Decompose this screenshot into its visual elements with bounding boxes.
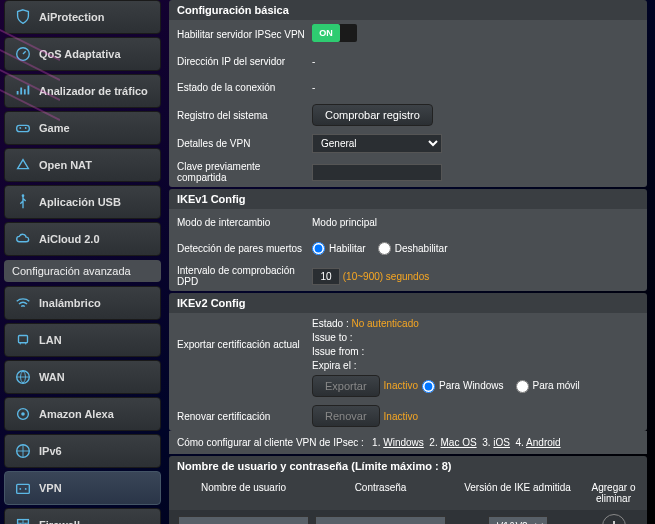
section-ikev2-header: IKEv2 Config: [169, 293, 647, 313]
sidebar-item-label: AiCloud 2.0: [39, 233, 100, 245]
svg-point-7: [21, 412, 25, 416]
dpd-disable-radio[interactable]: [378, 242, 391, 255]
psk-label: Clave previamente compartida: [177, 161, 312, 183]
svg-rect-9: [17, 484, 30, 493]
conn-status-value: -: [312, 82, 639, 93]
exchange-mode-value: Modo principal: [312, 217, 639, 228]
platform-link-macos[interactable]: Mac OS: [441, 437, 477, 448]
globe-icon: [13, 367, 33, 387]
renew-inactive-label: Inactivo: [384, 411, 418, 422]
sidebar-item-label: LAN: [39, 334, 62, 346]
sidebar-item-label: Inalámbrico: [39, 297, 101, 309]
sidebar-item-label: VPN: [39, 482, 62, 494]
enable-vpn-toggle[interactable]: ON: [312, 24, 357, 42]
sidebar-item-amazon-alexa[interactable]: Amazon Alexa: [4, 397, 161, 431]
svg-point-10: [19, 488, 21, 490]
conn-status-label: Estado de la conexión: [177, 82, 312, 93]
dpd-interval-label: Intervalo de comprobación DPD: [177, 265, 312, 287]
sidebar-item-ipv6[interactable]: IPv6: [4, 434, 161, 468]
section-basic-header: Configuración básica: [169, 0, 647, 20]
vpn-details-select[interactable]: General: [312, 134, 442, 153]
lan-icon: [13, 330, 33, 350]
add-user-button[interactable]: [602, 514, 626, 524]
section-users-header: Nombre de usuario y contraseña (Límite m…: [169, 456, 647, 476]
col-ike-version: Versión de IKE admitida: [449, 480, 586, 506]
dpd-enable-radio[interactable]: [312, 242, 325, 255]
sidebar-item-wan[interactable]: WAN: [4, 360, 161, 394]
main-content: Configuración básica Habilitar servidor …: [165, 0, 655, 524]
ipv6-icon: [13, 441, 33, 461]
ike-version-select[interactable]: V1&V2: [488, 516, 548, 524]
section-ikev1-header: IKEv1 Config: [169, 189, 647, 209]
dpd-enable-label: Habilitar: [329, 243, 366, 254]
vpn-icon: [13, 478, 33, 498]
dpd-interval-input[interactable]: [312, 268, 340, 285]
alexa-icon: [13, 404, 33, 424]
platform-link-android[interactable]: Android: [526, 437, 560, 448]
renew-cert-button[interactable]: Renovar: [312, 405, 380, 427]
sidebar-item-label: WAN: [39, 371, 65, 383]
svg-point-11: [25, 488, 27, 490]
col-password: Contraseña: [312, 480, 449, 506]
syslog-label: Registro del sistema: [177, 110, 312, 121]
advanced-header: Configuración avanzada: [4, 260, 161, 282]
export-inactive-label: Inactivo: [384, 379, 418, 393]
export-cert-label: Exportar certificación actual: [177, 317, 312, 350]
dpd-interval-hint: (10~900) segundos: [343, 271, 429, 282]
sidebar-item-aicloud-2-0[interactable]: AiCloud 2.0: [4, 222, 161, 256]
sidebar-item-firewall[interactable]: Firewall: [4, 508, 161, 524]
check-log-button[interactable]: Comprobar registro: [312, 104, 433, 126]
cloud-icon: [13, 229, 33, 249]
howto-text: Cómo configurar al cliente VPN de IPsec …: [177, 437, 364, 448]
cert-state-label: Estado :: [312, 318, 349, 329]
dpd-disable-label: Deshabilitar: [395, 243, 448, 254]
col-add-remove: Agregar o eliminar: [586, 480, 641, 506]
server-ip-label: Dirección IP del servidor: [177, 56, 312, 67]
dpd-label: Detección de pares muertos: [177, 243, 312, 254]
expire-label: Expira el :: [312, 359, 639, 373]
svg-rect-4: [19, 336, 28, 343]
psk-input[interactable]: [312, 164, 442, 181]
sidebar-item-label: Amazon Alexa: [39, 408, 114, 420]
col-username: Nombre de usuario: [175, 480, 312, 506]
sidebar-item-inal-mbrico[interactable]: Inalámbrico: [4, 286, 161, 320]
sidebar-item-lan[interactable]: LAN: [4, 323, 161, 357]
sidebar-item-vpn[interactable]: VPN: [4, 471, 161, 505]
sidebar-item-label: IPv6: [39, 445, 62, 457]
vpn-details-label: Detalles de VPN: [177, 138, 312, 149]
exchange-mode-label: Modo de intercambio: [177, 217, 312, 228]
platform-link-windows[interactable]: Windows: [383, 437, 424, 448]
sidebar-item-label: Firewall: [39, 519, 80, 524]
platform-mobile-label: Para móvil: [533, 379, 580, 393]
issue-to-label: Issue to :: [312, 331, 639, 345]
username-input[interactable]: [178, 516, 309, 524]
issue-from-label: Issue from :: [312, 345, 639, 359]
platform-mobile-radio[interactable]: [516, 380, 529, 393]
wifi-icon: [13, 293, 33, 313]
firewall-icon: [13, 515, 33, 524]
platform-link-ios[interactable]: iOS: [493, 437, 510, 448]
export-cert-button[interactable]: Exportar: [312, 375, 380, 397]
renew-cert-label: Renovar certificación: [177, 411, 312, 422]
cert-state-value: No autenticado: [351, 318, 418, 329]
platform-windows-label: Para Windows: [439, 379, 503, 393]
enable-vpn-label: Habilitar servidor IPSec VPN: [177, 29, 312, 40]
password-input[interactable]: [315, 516, 446, 524]
platform-windows-radio[interactable]: [422, 380, 435, 393]
server-ip-value: -: [312, 56, 639, 67]
